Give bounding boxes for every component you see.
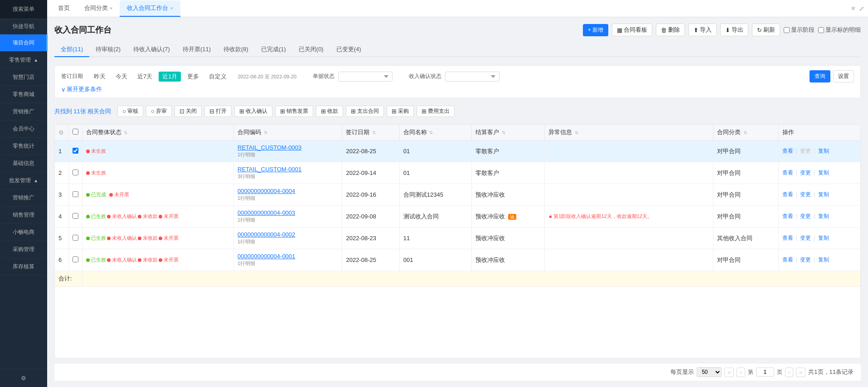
status-tab-pending-review[interactable]: 待审核(2)	[89, 43, 127, 57]
status-tab-closed[interactable]: 已关闭(0)	[292, 43, 330, 57]
row-checkbox[interactable]	[68, 227, 82, 249]
import-btn[interactable]: ⬆ 导入	[689, 24, 717, 36]
next-page-btn[interactable]: ›	[785, 368, 793, 377]
contract-link[interactable]: 0000000000004-0001	[238, 253, 295, 260]
action-copy[interactable]: 复制	[818, 169, 829, 177]
sidebar-item-member-center[interactable]: 会员中心	[0, 121, 47, 138]
last-page-btn[interactable]: »	[796, 368, 805, 377]
action-copy[interactable]: 复制	[818, 256, 829, 264]
status-tab-pending-invoice[interactable]: 待开票(11)	[176, 43, 217, 57]
date-btn-1month[interactable]: 近1月	[159, 72, 181, 82]
action-copy[interactable]: 复制	[818, 234, 829, 242]
contract-link[interactable]: RETAIL_CUSTOM-0003	[238, 144, 301, 151]
status-tab-completed[interactable]: 已完成(1)	[255, 43, 292, 57]
expense-out-btn[interactable]: ⊞ 费用支出	[417, 106, 455, 117]
first-page-btn[interactable]: «	[724, 368, 734, 377]
sidebar-item-project-contract[interactable]: 项目合同	[0, 34, 47, 52]
status-tab-pending-payment[interactable]: 待收款(8)	[217, 43, 255, 57]
date-btn-more[interactable]: 更多	[184, 72, 203, 82]
page-input[interactable]	[756, 368, 774, 377]
contract-link[interactable]: RETAIL_CUSTOM-0001	[238, 166, 301, 173]
new-btn[interactable]: + 新增	[583, 24, 608, 36]
export-btn[interactable]: ⬇ 导出	[720, 24, 748, 36]
sidebar-item-retail-mgmt[interactable]: 零售管理 ▲	[0, 52, 47, 69]
action-change[interactable]: 变更	[800, 256, 811, 264]
contract-board-btn[interactable]: ▦ 合同看板	[612, 24, 652, 36]
row-checkbox[interactable]	[68, 249, 82, 271]
query-btn[interactable]: 查询	[810, 70, 830, 82]
tab-close-contract-category[interactable]: ×	[110, 5, 112, 11]
delete-btn[interactable]: 🗑 删除	[656, 24, 685, 36]
date-btn-7days[interactable]: 近7天	[134, 72, 156, 82]
action-view[interactable]: 查看	[782, 147, 793, 155]
action-change[interactable]: 变更	[800, 234, 811, 242]
tab-close-income-contract[interactable]: ×	[170, 5, 173, 11]
action-view[interactable]: 查看	[782, 169, 793, 177]
action-change[interactable]: 变更	[800, 147, 811, 155]
action-change[interactable]: 变更	[800, 191, 811, 198]
review-btn[interactable]: ○ 审核	[117, 106, 143, 117]
sidebar-item-retail-commerce[interactable]: 零售商城	[0, 86, 47, 103]
page-size-select[interactable]: 10 20 50 100	[697, 367, 722, 377]
sidebar-item-smart-store[interactable]: 智慧门店	[0, 69, 47, 86]
sidebar-item-wholesale-mgmt[interactable]: 批发管理 ▲	[0, 172, 47, 189]
status-tab-all[interactable]: 全部(11)	[54, 43, 89, 57]
row-checkbox[interactable]	[68, 162, 82, 184]
sidebar-nav[interactable]: 快捷导航	[0, 19, 47, 34]
close-btn[interactable]: ⊡ 关闭	[175, 106, 202, 117]
action-copy[interactable]: 复制	[818, 191, 829, 198]
payment-btn[interactable]: ⊞ 收款	[316, 106, 343, 117]
contract-link[interactable]: 0000000000004-0003	[238, 209, 295, 216]
row-checkbox[interactable]	[68, 184, 82, 206]
show-fields-checkbox[interactable]: 显示阶段	[784, 26, 815, 34]
date-btn-today[interactable]: 今天	[112, 72, 131, 82]
purchase-btn[interactable]: ⊞ 采购	[387, 106, 414, 117]
action-copy[interactable]: 复制	[818, 213, 829, 220]
contract-link[interactable]: 0000000000004-0002	[238, 231, 295, 238]
action-view[interactable]: 查看	[782, 256, 793, 264]
sidebar-settings[interactable]: ⚙	[0, 369, 47, 387]
window-close-icon[interactable]: ×	[851, 5, 855, 13]
date-btn-yesterday[interactable]: 昨天	[90, 72, 109, 82]
contract-link[interactable]: 0000000000004-0004	[238, 188, 295, 194]
tab-home[interactable]: 首页	[51, 0, 77, 17]
prev-page-btn[interactable]: ‹	[737, 368, 745, 377]
show-details-checkbox[interactable]: 显示标的明细	[818, 26, 861, 34]
date-btn-custom[interactable]: 自定义	[205, 72, 230, 82]
sidebar-item-xiaochangec[interactable]: 小畅电商	[0, 224, 47, 241]
action-copy[interactable]: 复制	[818, 147, 829, 155]
income-confirm-btn[interactable]: ⊞ 收入确认	[234, 106, 272, 117]
tab-contract-category[interactable]: 合同分类 ×	[77, 0, 120, 17]
action-view[interactable]: 查看	[782, 191, 793, 198]
row-checkbox[interactable]	[68, 140, 82, 162]
open-btn[interactable]: ⊟ 打开	[204, 106, 232, 117]
sidebar-item-purchase-mgmt[interactable]: 采购管理	[0, 241, 47, 258]
expense-contract-btn[interactable]: ⊞ 支出合同	[346, 106, 384, 117]
sidebar-item-sales-mgmt[interactable]: 销售管理	[0, 207, 47, 224]
action-change[interactable]: 变更	[800, 213, 811, 220]
status-tab-changed[interactable]: 已变更(4)	[330, 43, 368, 57]
sidebar-item-marketing[interactable]: 营销推广	[0, 103, 47, 121]
settings-btn[interactable]: 设置	[833, 70, 854, 82]
abandon-review-btn[interactable]: ○ 弃审	[146, 106, 172, 117]
tab-income-contract[interactable]: 收入合同工作台 ×	[120, 0, 180, 17]
col-settings[interactable]: ⚙	[55, 125, 68, 140]
sidebar-item-basic-info[interactable]: 基础信息	[0, 155, 47, 172]
sidebar-search[interactable]: 搜索菜单	[0, 0, 47, 19]
action-view[interactable]: 查看	[782, 213, 793, 220]
refresh-icon: ↻	[757, 27, 762, 34]
doc-status-select[interactable]	[338, 72, 393, 82]
window-resize-icon[interactable]: ⤢	[859, 5, 864, 12]
sales-invoice-btn[interactable]: ⊞ 销售发票	[275, 106, 313, 117]
filter-expand[interactable]: ∨ 展开更多条件	[61, 85, 854, 93]
status-tab-pending-confirm[interactable]: 待收入确认(7)	[127, 43, 176, 57]
action-view[interactable]: 查看	[782, 234, 793, 242]
income-confirm-select[interactable]	[445, 72, 499, 82]
action-change[interactable]: 变更	[800, 169, 811, 177]
sidebar-item-marketing2[interactable]: 营销推广	[0, 189, 47, 207]
refresh-btn[interactable]: ↻ 刷新	[752, 24, 780, 36]
col-checkbox[interactable]	[68, 125, 82, 140]
sidebar-item-inventory[interactable]: 库存核算	[0, 258, 47, 276]
row-checkbox[interactable]	[68, 206, 82, 227]
sidebar-item-retail-stats[interactable]: 零售统计	[0, 138, 47, 155]
